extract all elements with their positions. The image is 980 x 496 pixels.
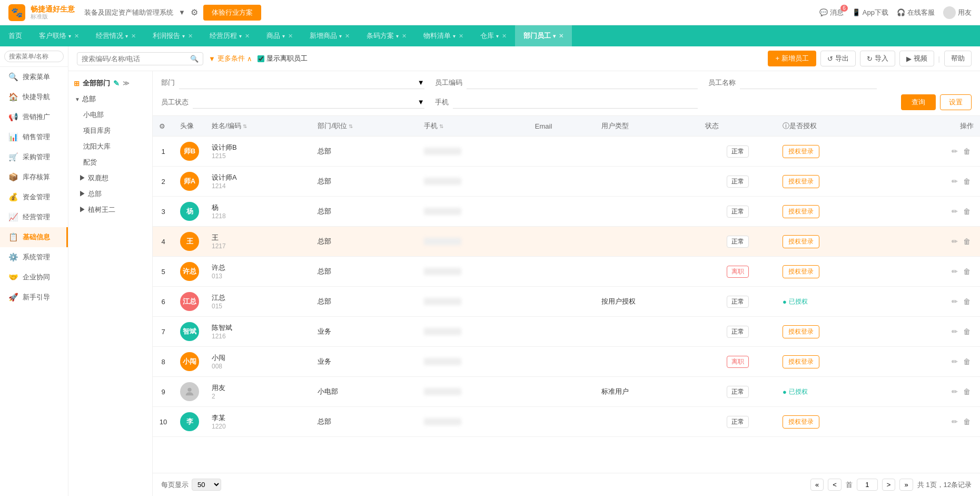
col-phone[interactable]: 手机 ⇅: [418, 116, 529, 137]
table-row: 10李李某1220总部131****8901正常授权登录 ✏ 🗑: [153, 407, 980, 437]
dept-group-0[interactable]: ▼总部: [68, 91, 152, 107]
first-page-button[interactable]: «: [810, 479, 824, 491]
auth-button[interactable]: 授权登录: [783, 175, 819, 188]
nav-tab-部门员工[interactable]: 部门员工▾✕: [515, 25, 572, 46]
dept-collapse-icon[interactable]: ≫: [123, 80, 130, 87]
export-button[interactable]: ↺ 导出: [820, 51, 856, 66]
delete-icon[interactable]: 🗑: [963, 237, 971, 246]
edit-icon[interactable]: ✏: [952, 417, 958, 426]
nav-tab-经营历程[interactable]: 经营历程▾✕: [201, 25, 258, 46]
sidebar-item-quicknav[interactable]: 🏠快捷导航: [0, 87, 68, 107]
trial-button[interactable]: 体验行业方案: [203, 5, 261, 21]
edit-icon[interactable]: ✏: [952, 357, 958, 366]
page-size-label: 每页显示: [161, 480, 189, 490]
dept-item-双鹿想-1[interactable]: ▶ 双鹿想: [68, 170, 152, 186]
edit-icon[interactable]: ✏: [952, 327, 958, 336]
dept-item-沈阳大库[interactable]: 沈阳大库: [73, 139, 152, 154]
sidebar-item-operation[interactable]: 📈经营管理: [0, 207, 68, 227]
edit-icon[interactable]: ✏: [952, 267, 958, 276]
dept-item-配货[interactable]: 配货: [73, 154, 152, 170]
query-button[interactable]: 查询: [901, 94, 936, 110]
edit-icon[interactable]: ✏: [952, 237, 958, 246]
sidebar-item-marketing[interactable]: 📢营销推广: [0, 107, 68, 127]
status-select-arrow: ▼: [418, 98, 424, 106]
nav-tab-新增商品[interactable]: 新增商品▾✕: [301, 25, 358, 46]
sidebar-item-newguide[interactable]: 🚀新手引导: [0, 287, 68, 307]
col-settings[interactable]: ⚙: [153, 116, 174, 137]
delete-icon[interactable]: 🗑: [963, 147, 971, 155]
nav-tab-仓库[interactable]: 仓库▾✕: [472, 25, 515, 46]
emp-code-input[interactable]: [467, 76, 698, 89]
auth-button[interactable]: 授权登录: [783, 145, 819, 158]
auth-button[interactable]: 授权登录: [783, 415, 819, 429]
show-resigned-toggle[interactable]: 显示离职员工: [258, 54, 308, 63]
edit-icon[interactable]: ✏: [952, 297, 958, 306]
col-dept[interactable]: 部门/职位 ⇅: [311, 116, 417, 137]
nav-tab-首页[interactable]: 首页: [0, 25, 31, 46]
auth-button[interactable]: 授权登录: [783, 205, 819, 218]
delete-icon[interactable]: 🗑: [963, 327, 971, 336]
delete-icon[interactable]: 🗑: [963, 177, 971, 186]
user-avatar[interactable]: 用友: [943, 6, 972, 19]
dept-item-植树王二-3[interactable]: ▶ 植树王二: [68, 202, 152, 218]
nav-tab-物料清单[interactable]: 物料清单▾✕: [415, 25, 472, 46]
sidebar-item-inventory[interactable]: 📦库存核算: [0, 167, 68, 187]
menu-label-inventory: 库存核算: [23, 172, 50, 182]
phone-input[interactable]: [453, 96, 698, 109]
message-button[interactable]: 💬 消息 6: [819, 8, 844, 17]
search-input[interactable]: [82, 55, 187, 63]
sidebar-item-system[interactable]: ⚙️系统管理: [0, 247, 68, 267]
nav-tab-条码方案[interactable]: 条码方案▾✕: [358, 25, 415, 46]
prev-page-button[interactable]: <: [828, 479, 842, 491]
gear-icon[interactable]: ⚙: [191, 7, 198, 17]
auth-button[interactable]: 授权登录: [783, 325, 819, 338]
sidebar-item-purchase[interactable]: 🛒采购管理: [0, 147, 68, 167]
col-name[interactable]: 姓名/编码 ⇅: [205, 116, 311, 137]
dept-item-项目库房[interactable]: 项目库房: [73, 123, 152, 139]
last-page-button[interactable]: »: [899, 479, 913, 491]
sidebar-item-enterprise[interactable]: 🤝企业协同: [0, 267, 68, 287]
sidebar-search-input[interactable]: [4, 51, 64, 62]
more-filter-button[interactable]: ▼ 更多条件 ∧: [209, 54, 252, 63]
dept-select[interactable]: ▼: [179, 76, 424, 89]
edit-icon[interactable]: ✏: [952, 387, 958, 396]
add-employee-button[interactable]: + 新增员工: [768, 51, 816, 66]
import-button[interactable]: ↻ 导入: [860, 51, 895, 66]
next-page-button[interactable]: >: [882, 479, 896, 491]
nav-tab-利润报告[interactable]: 利润报告▾✕: [144, 25, 201, 46]
status-select[interactable]: ▼: [193, 96, 424, 109]
edit-icon[interactable]: ✏: [952, 177, 958, 186]
nav-tab-商品[interactable]: 商品▾✕: [258, 25, 301, 46]
dept-edit-icon[interactable]: ✎: [113, 79, 120, 87]
view-button[interactable]: ▶ 视频: [899, 51, 934, 66]
delete-icon[interactable]: 🗑: [963, 297, 971, 306]
sidebar-item-finance[interactable]: 💰资金管理: [0, 187, 68, 207]
sidebar-item-search[interactable]: 🔍搜索菜单: [0, 67, 68, 87]
resigned-checkbox[interactable]: [258, 55, 264, 62]
delete-icon[interactable]: 🗑: [963, 207, 971, 216]
auth-button[interactable]: 授权登录: [783, 265, 819, 278]
current-page-input[interactable]: [857, 479, 878, 491]
delete-icon[interactable]: 🗑: [963, 267, 971, 276]
help-button[interactable]: 帮助: [944, 51, 972, 66]
auth-button[interactable]: 授权登录: [783, 235, 819, 248]
top-bar-left: 🐾 畅捷通好生意 标准版 装备及固定资产辅助管理系统 ▼ ⚙ 体验行业方案: [8, 4, 261, 21]
set-button[interactable]: 设置: [940, 94, 972, 110]
dept-item-小电部[interactable]: 小电部: [73, 107, 152, 123]
edit-icon[interactable]: ✏: [952, 207, 958, 216]
dropdown-icon[interactable]: ▼: [179, 8, 185, 16]
delete-icon[interactable]: 🗑: [963, 357, 971, 366]
online-service-button[interactable]: 🎧 在线客服: [897, 8, 935, 17]
page-size-select-input[interactable]: 2050100: [192, 479, 221, 491]
sidebar-item-basic[interactable]: 📋基础信息: [0, 227, 68, 247]
edit-icon[interactable]: ✏: [952, 147, 958, 155]
sidebar-item-sales[interactable]: 📊销售管理: [0, 127, 68, 147]
dept-item-总部-2[interactable]: ▶ 总部: [68, 186, 152, 202]
app-download-button[interactable]: 📱 App下载: [852, 8, 888, 17]
delete-icon[interactable]: 🗑: [963, 417, 971, 426]
delete-icon[interactable]: 🗑: [963, 387, 971, 396]
auth-button[interactable]: 授权登录: [783, 355, 819, 368]
nav-tab-客户联络[interactable]: 客户联络▾✕: [31, 25, 87, 46]
emp-name-input[interactable]: [740, 76, 877, 89]
nav-tab-经营情况[interactable]: 经营情况▾✕: [87, 25, 144, 46]
